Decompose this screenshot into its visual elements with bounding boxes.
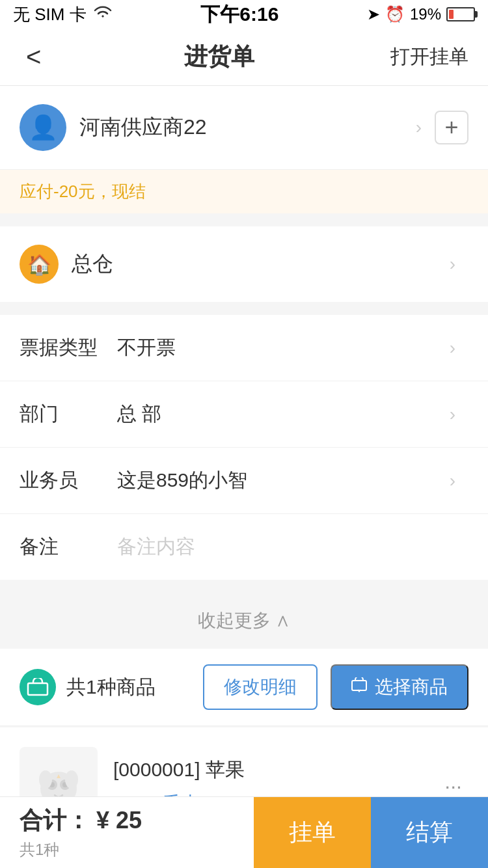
total-section: 合计： ¥ 25 共1种 <box>0 805 254 860</box>
add-button[interactable]: + <box>435 111 468 144</box>
alarm-icon: ⏰ <box>385 5 405 23</box>
select-product-button[interactable]: 选择商品 <box>331 664 468 710</box>
checkout-button[interactable]: 结算 <box>371 797 488 868</box>
chevron-right-icon: › <box>450 470 455 491</box>
warehouse-row[interactable]: 🏠 总仓 › <box>0 226 488 302</box>
warehouse-name: 总仓 <box>72 250 450 278</box>
total-amount: 合计： ¥ 25 <box>20 805 234 837</box>
product-code: [0000001] <box>113 759 200 780</box>
avatar: 👤 <box>20 104 66 151</box>
chevron-right-icon: › <box>450 338 455 359</box>
form-section: 票据类型 不开票 › 部门 总 部 › 业务员 这是859的小智 › 备注 备注… <box>0 315 488 580</box>
total-count: 共1种 <box>20 839 234 860</box>
select-btn-label: 选择商品 <box>375 675 448 699</box>
battery-percent: 19% <box>410 5 441 23</box>
user-icon: 👤 <box>29 114 58 141</box>
svg-point-8 <box>39 770 52 789</box>
svg-rect-0 <box>28 683 47 695</box>
wifi-icon <box>93 5 113 25</box>
department-row[interactable]: 部门 总 部 › <box>0 381 488 448</box>
chevron-right-icon: › <box>450 254 455 275</box>
chevron-right-icon: › <box>416 117 422 138</box>
status-time: 下午6:16 <box>200 1 278 28</box>
page-title: 进货单 <box>184 41 254 73</box>
remark-label: 备注 <box>20 534 104 560</box>
status-carrier: 无 SIM 卡 <box>13 3 113 26</box>
main-content: 👤 河南供应商22 › + 应付-20元，现结 🏠 总仓 › 票据类型 不开票 … <box>0 86 488 868</box>
chevron-right-icon: › <box>450 404 455 425</box>
location-icon: ➤ <box>367 5 380 23</box>
svg-rect-1 <box>352 681 366 690</box>
department-value: 总 部 <box>104 401 450 427</box>
supplier-name: 河南供应商22 <box>79 113 416 142</box>
back-button[interactable]: < <box>20 36 47 78</box>
products-header: 共1种商品 修改明细 选择商品 <box>0 649 488 726</box>
warehouse-section[interactable]: 🏠 总仓 › <box>0 226 488 302</box>
department-label: 部门 <box>20 401 104 427</box>
products-icon <box>20 669 56 705</box>
open-hang-button[interactable]: 打开挂单 <box>390 44 468 70</box>
carrier-text: 无 SIM 卡 <box>13 3 87 26</box>
staff-row[interactable]: 业务员 这是859的小智 › <box>0 448 488 514</box>
home-icon: 🏠 <box>27 253 51 276</box>
battery-fill <box>449 10 454 19</box>
hang-button[interactable]: 挂单 <box>254 797 371 868</box>
total-value: ¥ 25 <box>96 807 142 834</box>
remark-input[interactable]: 备注内容 <box>104 534 468 560</box>
status-right: ➤ ⏰ 19% <box>367 5 475 23</box>
product-name: [0000001] 苹果 <box>113 757 438 783</box>
invoice-label: 票据类型 <box>20 334 104 361</box>
status-bar: 无 SIM 卡 下午6:16 ➤ ⏰ 19% <box>0 0 488 29</box>
nav-bar: < 进货单 打开挂单 <box>0 29 488 86</box>
notice-bar: 应付-20元，现结 <box>0 170 488 213</box>
supplier-row[interactable]: 👤 河南供应商22 › + <box>0 86 488 170</box>
products-count: 共1种商品 <box>66 674 203 701</box>
edit-detail-button[interactable]: 修改明细 <box>203 664 318 710</box>
battery-icon <box>446 7 475 21</box>
svg-point-9 <box>65 770 78 789</box>
invoice-value: 不开票 <box>104 334 450 361</box>
warehouse-icon: 🏠 <box>20 245 59 284</box>
remark-row[interactable]: 备注 备注内容 <box>0 514 488 580</box>
bottom-bar: 合计： ¥ 25 共1种 挂单 结算 <box>0 796 488 868</box>
staff-label: 业务员 <box>20 467 104 494</box>
invoice-row[interactable]: 票据类型 不开票 › <box>0 315 488 381</box>
collapse-bar[interactable]: 收起更多 ∧ <box>0 593 488 649</box>
supplier-section: 👤 河南供应商22 › + 应付-20元，现结 <box>0 86 488 213</box>
staff-value: 这是859的小智 <box>104 467 450 494</box>
total-label: 合计： <box>20 807 90 834</box>
cart-icon <box>351 677 370 698</box>
product-title: 苹果 <box>206 759 245 780</box>
